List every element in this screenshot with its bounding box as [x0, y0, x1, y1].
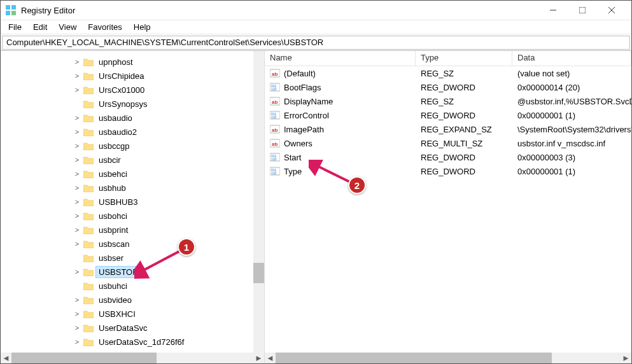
tree-item-usbhub[interactable]: >usbhub	[1, 181, 264, 195]
tree-item-label: usbser	[96, 253, 126, 263]
list-row[interactable]: DisplayNameREG_SZ@usbstor.inf,%USBSTOR.S…	[265, 94, 631, 108]
value-data: 0x00000014 (20)	[512, 83, 631, 92]
tree-item-usbehci[interactable]: >usbehci	[1, 167, 264, 181]
tree-item-label: usbaudio2	[96, 127, 139, 137]
menu-favorites[interactable]: Favorites	[83, 21, 127, 33]
tree-item-usbuhci[interactable]: >usbuhci	[1, 279, 264, 293]
tree-item-userdatasvc[interactable]: >UserDataSvc	[1, 321, 264, 335]
tree-item-usbser[interactable]: >usbser	[1, 251, 264, 265]
titlebar[interactable]: Registry Editor	[1, 1, 631, 20]
chevron-right-icon[interactable]: >	[73, 58, 81, 66]
tree-item-usbprint[interactable]: >usbprint	[1, 223, 264, 237]
tree-panel: >upnphost>UrsChipidea>UrsCx01000>UrsSyno…	[1, 51, 265, 363]
chevron-right-icon[interactable]: >	[73, 184, 81, 192]
list-row[interactable]: BootFlagsREG_DWORD0x00000014 (20)	[265, 80, 631, 94]
list-row[interactable]: TypeREG_DWORD0x00000001 (1)	[265, 164, 631, 178]
value-type: REG_DWORD	[416, 153, 512, 162]
window-controls	[538, 1, 626, 20]
tree-item-usbaudio2[interactable]: >usbaudio2	[1, 125, 264, 139]
tree-item-usbccgp[interactable]: >usbccgp	[1, 139, 264, 153]
minimize-button[interactable]	[538, 1, 568, 20]
tree-item-label: usbcir	[96, 155, 123, 165]
tree-vscrollbar[interactable]	[253, 51, 264, 353]
value-name: Owners	[284, 139, 312, 148]
tree-item-label: UrsSynopsys	[96, 99, 150, 109]
tree-item-upnphost[interactable]: >upnphost	[1, 55, 264, 69]
folder-icon	[83, 254, 94, 262]
list-hscrollbar[interactable]: ◄ ►	[265, 353, 631, 363]
svg-rect-10	[579, 7, 586, 13]
tree-item-usbvideo[interactable]: >usbvideo	[1, 293, 264, 307]
menu-help[interactable]: Help	[129, 21, 156, 33]
scroll-right-icon[interactable]: ►	[253, 353, 264, 363]
tree-item-usbcir[interactable]: >usbcir	[1, 153, 264, 167]
chevron-right-icon[interactable]: >	[73, 198, 81, 206]
chevron-right-icon[interactable]: >	[73, 226, 81, 234]
reg-binary-icon	[270, 82, 280, 92]
list-panel: Name Type Data (Default)REG_SZ(value not…	[265, 51, 631, 363]
tree-item-label: usbprint	[96, 225, 130, 235]
folder-icon	[83, 86, 94, 94]
folder-icon	[83, 156, 94, 164]
tree-item-usbhub3[interactable]: >USBHUB3	[1, 195, 264, 209]
list-row[interactable]: OwnersREG_MULTI_SZusbstor.inf v_mscdsc.i…	[265, 136, 631, 150]
folder-icon	[83, 212, 94, 220]
chevron-right-icon[interactable]: >	[73, 324, 81, 332]
value-name: (Default)	[284, 69, 316, 78]
chevron-right-icon[interactable]: >	[73, 128, 81, 136]
scroll-left-icon[interactable]: ◄	[1, 353, 11, 363]
scroll-right-icon[interactable]: ►	[621, 353, 631, 363]
close-button[interactable]	[597, 1, 626, 20]
tree-item-label: USBXHCI	[96, 309, 138, 319]
folder-icon	[83, 338, 94, 346]
list-row[interactable]: ErrorControlREG_DWORD0x00000001 (1)	[265, 108, 631, 122]
value-data: \SystemRoot\System32\drivers\USBSTOR.SYS	[512, 125, 631, 134]
chevron-right-icon[interactable]: >	[73, 142, 81, 150]
tree-item-usbscan[interactable]: >usbscan	[1, 237, 264, 251]
tree-item-label: UserDataSvc	[96, 323, 150, 333]
chevron-right-icon[interactable]: >	[73, 338, 81, 346]
tree-item-label: UrsCx01000	[96, 85, 147, 95]
column-type[interactable]: Type	[416, 51, 512, 66]
chevron-right-icon[interactable]: >	[73, 310, 81, 318]
maximize-button[interactable]	[568, 1, 597, 20]
menu-edit[interactable]: Edit	[28, 21, 52, 33]
chevron-right-icon[interactable]: >	[73, 156, 81, 164]
tree-item-label: usbohci	[96, 211, 130, 221]
tree-item-usbaudio[interactable]: >usbaudio	[1, 111, 264, 125]
tree-item-label: upnphost	[96, 57, 136, 67]
chevron-right-icon[interactable]: >	[73, 296, 81, 304]
chevron-right-icon[interactable]: >	[73, 72, 81, 80]
tree-item-usbxhci[interactable]: >USBXHCI	[1, 307, 264, 321]
folder-icon	[83, 240, 94, 248]
tree-item-urssynopsys[interactable]: >UrsSynopsys	[1, 97, 264, 111]
chevron-right-icon[interactable]: >	[73, 240, 81, 248]
scroll-left-icon[interactable]: ◄	[265, 353, 276, 363]
column-data[interactable]: Data	[512, 51, 631, 66]
value-type: REG_EXPAND_SZ	[416, 125, 512, 134]
address-input[interactable]	[2, 36, 630, 50]
tree-item-userdatasvc_1d726f6f[interactable]: >UserDataSvc_1d726f6f	[1, 335, 264, 349]
list-row[interactable]: (Default)REG_SZ(value not set)	[265, 66, 631, 80]
tree-hscrollbar[interactable]: ◄ ►	[1, 353, 264, 363]
tree-item-label: usbhub	[96, 183, 129, 193]
column-name[interactable]: Name	[265, 51, 416, 66]
tree-item-urschipidea[interactable]: >UrsChipidea	[1, 69, 264, 83]
chevron-right-icon[interactable]: >	[73, 268, 81, 276]
menubar: File Edit View Favorites Help	[1, 20, 631, 34]
list-row[interactable]: ImagePathREG_EXPAND_SZ\SystemRoot\System…	[265, 122, 631, 136]
chevron-right-icon[interactable]: >	[73, 212, 81, 220]
chevron-right-icon[interactable]: >	[73, 114, 81, 122]
value-type: REG_DWORD	[416, 111, 512, 120]
menu-view[interactable]: View	[53, 21, 81, 33]
menu-file[interactable]: File	[3, 21, 27, 33]
window-title: Registry Editor	[21, 6, 538, 15]
tree-item-urscx01000[interactable]: >UrsCx01000	[1, 83, 264, 97]
folder-icon	[83, 58, 94, 66]
tree-item-usbstor[interactable]: >USBSTOR	[1, 265, 264, 279]
tree-item-usbohci[interactable]: >usbohci	[1, 209, 264, 223]
chevron-right-icon[interactable]: >	[73, 86, 81, 94]
value-data: 0x00000001 (1)	[512, 111, 631, 120]
chevron-right-icon[interactable]: >	[73, 170, 81, 178]
list-row[interactable]: StartREG_DWORD0x00000003 (3)	[265, 150, 631, 164]
